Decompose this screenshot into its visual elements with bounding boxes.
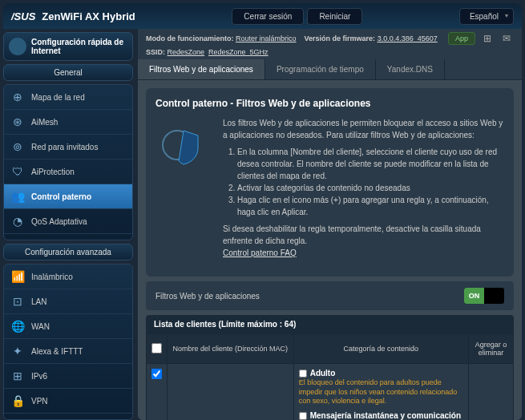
brand-logo: /SUS <box>11 10 35 22</box>
nav-aimesh[interactable]: ⊛AiMesh <box>4 110 132 135</box>
reboot-button[interactable]: Reiniciar <box>307 8 362 25</box>
client-table: Nombre del cliente (Dirección MAC) Categ… <box>146 333 514 420</box>
description: Los filtros Web y de aplicaciones le per… <box>223 117 504 259</box>
tab-schedule[interactable]: Programación de tiempo <box>265 59 376 79</box>
section-advanced: Configuración avanzada <box>3 244 133 260</box>
table-row: ▼ AdultoEl bloqueo del contenido para ad… <box>147 364 514 421</box>
th-category: Categoría de contenido <box>293 334 468 364</box>
client-list-header: Lista de clientes (Límite máximo : 64) <box>146 315 514 333</box>
qos-icon: ◔ <box>10 214 25 228</box>
guest-icon: ⊚ <box>10 139 25 154</box>
th-client: Nombre del cliente (Dirección MAC) <box>168 334 294 364</box>
select-all-checkbox[interactable] <box>151 343 162 353</box>
nav-alexa[interactable]: ✦Alexa & IFTTT <box>4 339 132 364</box>
mode-link[interactable]: Router inalámbrico <box>236 34 297 42</box>
category-cell: AdultoEl bloqueo del contenido para adul… <box>293 364 468 421</box>
parental-icon: 👥 <box>10 189 25 204</box>
nav-firewall[interactable]: 🔥Firewall <box>4 414 132 420</box>
fw-link[interactable]: 3.0.0.4.386_45607 <box>378 34 438 42</box>
th-action: Agregar o eliminar <box>469 334 514 364</box>
sidebar: Configuración rápida de Internet General… <box>3 29 133 420</box>
tab-web-filters[interactable]: Filtros Web y de aplicaciones <box>138 59 265 79</box>
section-general: General <box>3 64 133 81</box>
row-checkbox[interactable] <box>151 369 162 379</box>
faq-link[interactable]: Control paterno FAQ <box>223 248 297 257</box>
quick-setup-icon <box>9 38 26 55</box>
main-panel: Modo de funcionamiento: Router inalámbri… <box>138 29 522 420</box>
wan-icon: 🌐 <box>10 319 25 333</box>
filter-toggle[interactable]: ON <box>464 288 504 304</box>
vpn-icon: 🔒 <box>10 394 25 408</box>
nav-vpn[interactable]: 🔒VPN <box>4 389 132 414</box>
nav-guest[interactable]: ⊚Red para invitados <box>4 135 132 160</box>
toggle-label: Filtros Web y de aplicaciones <box>155 292 260 301</box>
nav-parental[interactable]: 👥Control paterno <box>4 184 132 209</box>
nav-aiprotection[interactable]: 🛡AiProtection <box>4 160 132 184</box>
nav-qos[interactable]: ◔QoS Adaptativa <box>4 209 132 234</box>
nav-ipv6[interactable]: ⊞IPv6 <box>4 364 132 389</box>
tab-yandex[interactable]: Yandex.DNS <box>376 59 445 79</box>
cat-adult-checkbox[interactable] <box>299 370 307 378</box>
nav-usb[interactable]: ⊟Aplicación USB <box>4 234 132 240</box>
page-title: Control paterno - Filtros Web y de aplic… <box>155 98 504 109</box>
logout-button[interactable]: Cerrar sesión <box>232 8 304 25</box>
usb-icon: ⊟ <box>10 239 25 240</box>
status-icon-2[interactable]: ✉ <box>499 32 514 45</box>
nav-network-map[interactable]: ⊕Mapa de la red <box>4 85 132 110</box>
content-box: Control paterno - Filtros Web y de aplic… <box>146 88 514 277</box>
cat-im-checkbox[interactable] <box>299 412 307 420</box>
nav-lan[interactable]: ⊡LAN <box>4 289 132 314</box>
globe-icon: ⊕ <box>10 90 25 104</box>
lan-icon: ⊡ <box>10 294 25 309</box>
filter-toggle-row: Filtros Web y de aplicaciones ON <box>146 281 514 310</box>
quick-setup-button[interactable]: Configuración rápida de Internet <box>3 32 133 61</box>
quick-setup-label: Configuración rápida de Internet <box>31 38 127 55</box>
app-header: /SUS ZenWiFi AX Hybrid Cerrar sesión Rei… <box>3 3 522 29</box>
product-name: ZenWiFi AX Hybrid <box>42 10 135 22</box>
wifi-icon: 📶 <box>10 269 25 284</box>
shield-icon: 🛡 <box>10 164 25 179</box>
mesh-icon: ⊛ <box>10 115 25 129</box>
language-select[interactable]: Español <box>459 8 514 25</box>
app-badge[interactable]: App <box>448 32 475 45</box>
status-icon-1[interactable]: ⊞ <box>480 32 495 45</box>
th-checkbox <box>147 334 168 364</box>
nav-general: ⊕Mapa de la red ⊛AiMesh ⊚Red para invita… <box>3 84 133 240</box>
shield-graphic <box>155 117 212 173</box>
tabs: Filtros Web y de aplicaciones Programaci… <box>138 59 522 80</box>
alexa-icon: ✦ <box>10 344 25 358</box>
nav-advanced: 📶Inalámbrico ⊡LAN 🌐WAN ✦Alexa & IFTTT ⊞I… <box>3 264 133 420</box>
ipv6-icon: ⊞ <box>10 369 25 383</box>
nav-wan[interactable]: 🌐WAN <box>4 314 132 339</box>
nav-wireless[interactable]: 📶Inalámbrico <box>4 265 132 289</box>
status-bar: Modo de funcionamiento: Router inalámbri… <box>138 29 522 59</box>
